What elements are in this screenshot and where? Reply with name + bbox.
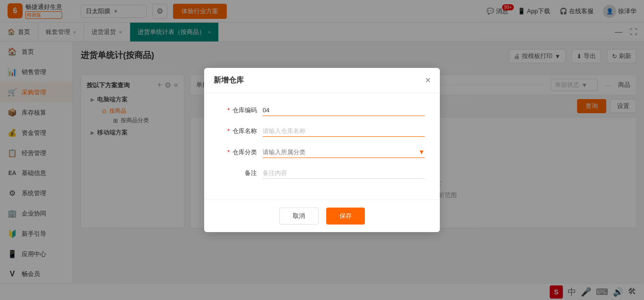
new-warehouse-modal: 新增仓库 × * 仓库编码 * 仓库名称 (204, 68, 440, 232)
category-select[interactable]: ▼ (263, 146, 425, 158)
save-button[interactable]: 保存 (326, 208, 365, 225)
name-input[interactable] (263, 125, 425, 137)
modal-header: 新增仓库 × (204, 68, 440, 93)
form-row-code: * 仓库编码 (219, 105, 425, 116)
form-row-category: * 仓库分类 ▼ (219, 146, 425, 158)
category-label: * 仓库分类 (219, 148, 257, 157)
category-required-mark: * (227, 149, 230, 156)
form-row-note: 备注 (219, 167, 425, 179)
modal-footer: 取消 保存 (204, 200, 440, 232)
modal-overlay: 新增仓库 × * 仓库编码 * 仓库名称 (0, 0, 644, 300)
note-input[interactable] (263, 167, 425, 179)
category-input[interactable] (263, 149, 418, 156)
code-label: * 仓库编码 (219, 106, 257, 115)
name-label: * 仓库名称 (219, 127, 257, 135)
category-dropdown-arrow: ▼ (418, 148, 425, 156)
modal-body: * 仓库编码 * 仓库名称 * 仓库分类 (204, 93, 440, 200)
code-required-mark: * (227, 107, 230, 114)
name-required-mark: * (227, 127, 230, 134)
cancel-button[interactable]: 取消 (279, 208, 319, 225)
note-label: 备注 (219, 169, 257, 177)
code-input[interactable] (263, 105, 425, 116)
modal-close-button[interactable]: × (425, 75, 430, 85)
modal-title: 新增仓库 (214, 75, 244, 85)
form-row-name: * 仓库名称 (219, 125, 425, 137)
